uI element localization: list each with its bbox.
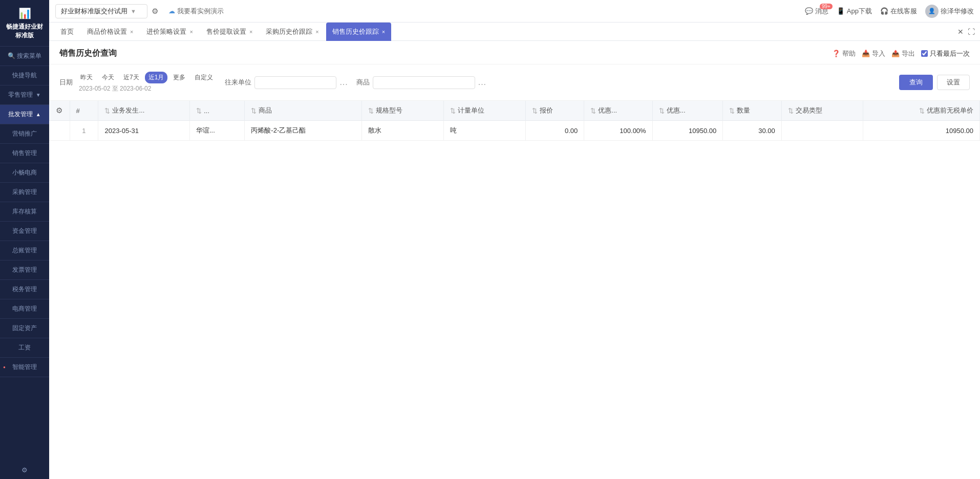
col-discount2-sort-icon: ⇅ [659, 107, 665, 115]
sidebar-item-payroll[interactable]: 工资 [0, 338, 49, 358]
online-service-button[interactable]: 🎧 在线客服 [880, 7, 917, 16]
tab-price-extract[interactable]: 售价提取设置 × [200, 23, 259, 41]
tab-product-price-close-icon[interactable]: × [130, 29, 133, 35]
col-biz-date: ⇅ 业务发生... [98, 101, 190, 121]
settings-button[interactable]: 设置 [937, 75, 970, 90]
last-only-label: 只看最后一次 [930, 49, 970, 58]
sidebar-item-sales[interactable]: 销售管理 [0, 144, 49, 163]
export-button[interactable]: 📤 导出 [891, 49, 915, 58]
logo-title: 畅捷通好业财 [6, 23, 43, 30]
row-quote-cell: 0.00 [525, 121, 584, 141]
row-num-cell: 1 [70, 121, 98, 141]
filter-area: 日期 昨天 今天 近7天 近1月 更多 自定义 2023-05-02 至 202… [49, 64, 980, 101]
tab-price-extract-close-icon[interactable]: × [249, 29, 252, 35]
col-quantity: ⇅ 数量 [723, 101, 782, 121]
sidebar-item-inventory[interactable]: 库存核算 [0, 202, 49, 222]
retail-arrow-icon: ▼ [36, 92, 41, 98]
sidebar-item-invoice[interactable]: 发票管理 [0, 260, 49, 280]
tab-home[interactable]: 首页 [54, 23, 80, 41]
date-btn-more[interactable]: 更多 [169, 72, 189, 83]
topbar-right: 💬 消息 99+ 📱 App下载 🎧 在线客服 👤 徐泽华修改 [805, 5, 974, 18]
col-unit: ⇅ 计量单位 [444, 101, 526, 121]
sidebar-item-smart[interactable]: 智能管理 [0, 358, 49, 377]
topbar-demo-link[interactable]: ☁ 我要看实例演示 [168, 7, 224, 16]
sidebar-settings-button[interactable]: ⚙ [0, 461, 49, 479]
sidebar-item-ecommerce-small-label: 小畅电商 [12, 169, 37, 176]
tab-panel-expand-icon[interactable]: ⛶ [968, 28, 975, 36]
tab-product-price[interactable]: 商品价格设置 × [81, 23, 139, 41]
last-only-checkbox-label[interactable]: 只看最后一次 [921, 49, 970, 58]
sidebar-item-ecommerce-small[interactable]: 小畅电商 [0, 163, 49, 183]
date-btn-last7[interactable]: 近7天 [120, 72, 143, 83]
sidebar-item-accounting[interactable]: 总账管理 [0, 241, 49, 260]
sidebar-item-ecommerce-label: 电商管理 [12, 305, 37, 312]
date-btn-yesterday[interactable]: 昨天 [77, 72, 96, 83]
online-service-label: 在线客服 [890, 7, 917, 16]
sidebar-item-finance[interactable]: 资金管理 [0, 222, 49, 241]
workspace-selector[interactable]: 好业财标准版交付试用 ▼ [55, 4, 147, 18]
table-header-row: ⚙ # ⇅ 业务发生... [49, 101, 980, 121]
tab-purchase-strategy-close-icon[interactable]: × [189, 29, 193, 35]
col-discount1: ⇅ 优惠... [584, 101, 652, 121]
date-btn-today[interactable]: 今天 [98, 72, 118, 83]
sidebar-search[interactable]: 🔍 搜索菜单 [0, 47, 49, 66]
sidebar-item-quick-nav[interactable]: 快捷导航 [0, 66, 49, 85]
col-quote: ⇅ 报价 [525, 101, 584, 121]
app-download-button[interactable]: 📱 App下载 [837, 7, 872, 16]
tabbar: 首页 商品价格设置 × 进价策略设置 × 售价提取设置 × 采购历史价跟踪 × … [49, 23, 980, 41]
content-area: 销售历史价查询 ❓ 帮助 📥 导入 📤 导出 [49, 41, 980, 479]
row-more-cell: 华谊... [189, 121, 244, 141]
row-quantity-cell: 30.00 [723, 121, 782, 141]
messages-icon: 💬 [805, 7, 813, 15]
col-quantity-sort-icon: ⇅ [729, 107, 735, 115]
sidebar-item-payroll-label: 工资 [18, 344, 31, 351]
partner-input[interactable] [254, 76, 336, 89]
import-button[interactable]: 📥 导入 [862, 49, 885, 58]
row-txtype-cell [781, 121, 863, 141]
topbar-settings-icon[interactable]: ⚙ [152, 7, 158, 16]
col-spec-sort-icon: ⇅ [368, 107, 374, 115]
product-dots-button[interactable]: ... [478, 78, 486, 87]
sidebar-item-retail[interactable]: 零售管理 ▼ [0, 85, 49, 105]
col-pretax-price: ⇅ 优惠前无税单价 [863, 101, 980, 121]
sidebar-item-assets[interactable]: 固定资产 [0, 319, 49, 338]
sidebar-item-marketing[interactable]: 营销推广 [0, 124, 49, 144]
date-btn-last1m[interactable]: 近1月 [145, 72, 168, 83]
tab-purchase-strategy[interactable]: 进价策略设置 × [140, 23, 199, 41]
page-actions: ❓ 帮助 📥 导入 📤 导出 只看最后一次 [832, 49, 970, 58]
help-label: 帮助 [842, 49, 856, 58]
tab-sales-history-label: 销售历史价跟踪 [332, 27, 379, 36]
tab-price-extract-label: 售价提取设置 [206, 27, 246, 36]
help-button[interactable]: ❓ 帮助 [832, 49, 856, 58]
tab-sales-history-close-icon[interactable]: × [382, 29, 385, 35]
sidebar-search-label: 搜索菜单 [17, 52, 41, 59]
date-btn-custom[interactable]: 自定义 [191, 72, 217, 83]
sidebar-item-purchase[interactable]: 采购管理 [0, 183, 49, 202]
sidebar-item-ecommerce[interactable]: 电商管理 [0, 299, 49, 319]
sidebar-item-tax[interactable]: 税务管理 [0, 280, 49, 299]
product-input[interactable] [373, 76, 475, 89]
date-filter-row: 日期 昨天 今天 近7天 近1月 更多 自定义 2023-05-02 至 202… [59, 72, 217, 93]
messages-button[interactable]: 💬 消息 99+ [805, 7, 828, 16]
tab-purchase-history-close-icon[interactable]: × [315, 29, 318, 35]
query-button[interactable]: 查询 [899, 75, 933, 90]
column-settings-icon[interactable]: ⚙ [56, 106, 62, 115]
table-row[interactable]: 1 2023-05-31 华谊... 丙烯酸-2-乙基己酯 散水 吨 0.00 … [49, 121, 980, 141]
col-txtype-sort-icon: ⇅ [788, 107, 794, 115]
logo-subtitle: 标准版 [15, 32, 34, 39]
export-label: 导出 [902, 49, 915, 58]
user-menu-button[interactable]: 👤 徐泽华修改 [925, 5, 974, 18]
tab-purchase-history[interactable]: 采购历史价跟踪 × [260, 23, 325, 41]
partner-dots-button[interactable]: ... [339, 78, 348, 87]
tab-panel-close-icon[interactable]: ✕ [957, 28, 964, 36]
app-download-label: App下载 [847, 7, 872, 16]
sidebar-item-wholesale[interactable]: 批发管理 ▲ [0, 105, 49, 124]
sidebar-item-wholesale-label: 批发管理 [8, 111, 33, 118]
col-pretaxprice-sort-icon: ⇅ [919, 107, 925, 115]
cloud-icon: ☁ [168, 7, 175, 15]
last-only-checkbox[interactable] [921, 50, 928, 57]
sidebar-item-accounting-label: 总账管理 [12, 247, 37, 254]
tab-sales-history[interactable]: 销售历史价跟踪 × [326, 23, 391, 41]
help-icon: ❓ [832, 50, 840, 57]
sidebar-logo: 📊 畅捷通好业财 标准版 [0, 0, 49, 47]
